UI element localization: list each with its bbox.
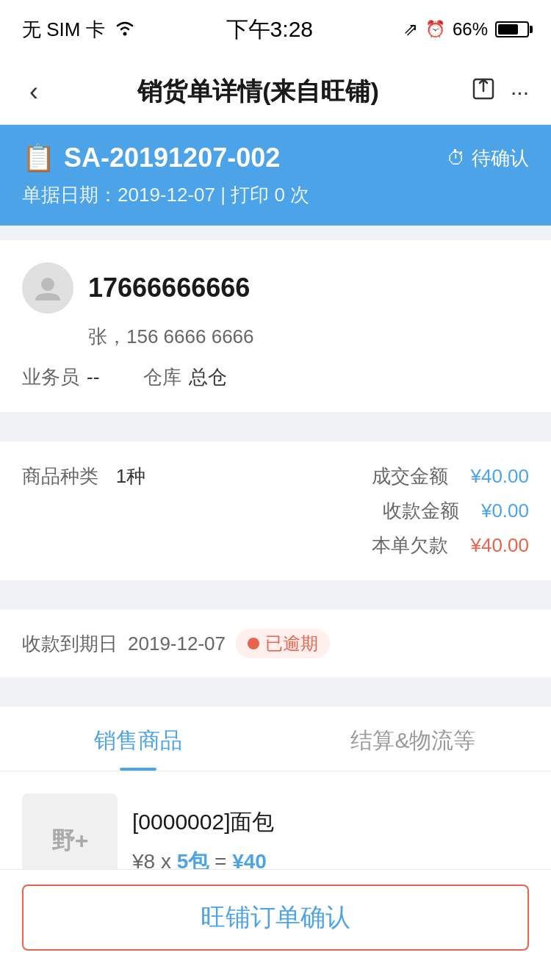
meta-row: 业务员 -- 仓库 总仓 <box>22 364 529 390</box>
share-button[interactable] <box>471 76 496 107</box>
salesperson-label: 业务员 <box>22 364 79 390</box>
confirm-order-button[interactable]: 旺铺订单确认 <box>22 884 529 951</box>
goods-type-value: 1种 <box>116 465 145 487</box>
goods-type-label: 商品种类 <box>22 465 98 487</box>
svg-point-0 <box>123 32 126 35</box>
order-status-text: 待确认 <box>472 145 529 171</box>
page-title: 销货单详情(来自旺铺) <box>137 75 379 109</box>
battery-percent: 66% <box>453 19 488 40</box>
tab-sales-goods[interactable]: 销售商品 <box>0 707 276 771</box>
header-top-row: 📋 SA-20191207-002 ⏱ 待确认 <box>22 143 529 173</box>
customer-row: 17666666666 <box>22 262 529 314</box>
overdue-dot-icon <box>248 638 259 649</box>
due-section: 收款到期日 2019-12-07 已逾期 <box>0 610 551 677</box>
wifi-icon <box>114 18 136 41</box>
status-right: ⇗ ⏰ 66% <box>403 19 529 40</box>
product-logo: 野+ <box>51 825 89 857</box>
received-row: 收款金额 ¥0.00 <box>383 498 529 524</box>
alarm-icon: ⏰ <box>425 20 445 39</box>
more-button[interactable]: ··· <box>511 79 529 104</box>
svg-point-2 <box>41 278 54 291</box>
product-info: [0000002]面包 ¥8 x 5包 = ¥40 <box>132 807 529 876</box>
owed-row: 本单欠款 ¥40.00 <box>372 533 529 558</box>
salesperson-item: 业务员 -- <box>22 364 99 390</box>
customer-sub-info: 张，156 6666 6666 <box>22 324 529 350</box>
nav-bar: ‹ 销货单详情(来自旺铺) ··· <box>0 59 551 125</box>
due-date-label: 收款到期日 <box>22 631 118 657</box>
status-left: 无 SIM 卡 <box>22 17 136 43</box>
order-status-badge: ⏱ 待确认 <box>447 145 529 171</box>
clock-icon: ⏱ <box>447 147 466 170</box>
divider-1 <box>0 412 551 427</box>
avatar <box>22 262 73 314</box>
stats-section: 商品种类 1种 成交金额 ¥40.00 收款金额 ¥0.00 本单欠款 ¥40.… <box>0 442 551 580</box>
tab-settlement[interactable]: 结算&物流等 <box>276 707 551 771</box>
transaction-value: ¥40.00 <box>470 465 529 488</box>
divider-2 <box>0 580 551 595</box>
salesperson-value: -- <box>87 366 99 389</box>
carrier-text: 无 SIM 卡 <box>22 17 105 43</box>
status-time: 下午3:28 <box>226 15 313 45</box>
order-date: 单据日期：2019-12-07 | 打印 0 次 <box>22 182 529 208</box>
received-label: 收款金额 <box>383 498 459 524</box>
customer-section: 17666666666 张，156 6666 6666 业务员 -- 仓库 总仓 <box>0 240 551 412</box>
battery-icon <box>495 21 529 37</box>
nav-actions: ··· <box>471 76 529 107</box>
overdue-text: 已逾期 <box>265 632 318 655</box>
tabs-header: 销售商品 结算&物流等 <box>0 707 551 771</box>
bottom-button-area: 旺铺订单确认 <box>0 869 551 980</box>
overdue-badge: 已逾期 <box>236 629 330 658</box>
warehouse-value: 总仓 <box>189 364 227 390</box>
confirm-button-label: 旺铺订单确认 <box>201 901 350 934</box>
transaction-row: 成交金额 ¥40.00 <box>372 464 529 489</box>
due-date-value: 2019-12-07 <box>128 633 226 655</box>
owed-label: 本单欠款 <box>372 533 448 558</box>
warehouse-label: 仓库 <box>143 364 181 390</box>
order-icon: 📋 <box>22 143 55 173</box>
stats-right: 成交金额 ¥40.00 收款金额 ¥0.00 本单欠款 ¥40.00 <box>372 464 529 558</box>
warehouse-item: 仓库 总仓 <box>143 364 227 390</box>
divider-3 <box>0 677 551 692</box>
location-icon: ⇗ <box>403 19 418 40</box>
order-id: 📋 SA-20191207-002 <box>22 143 280 173</box>
goods-type-row: 商品种类 1种 <box>22 464 145 489</box>
owed-value: ¥40.00 <box>470 534 529 557</box>
transaction-label: 成交金额 <box>372 464 448 489</box>
received-value: ¥0.00 <box>481 500 529 522</box>
order-header: 📋 SA-20191207-002 ⏱ 待确认 单据日期：2019-12-07 … <box>0 125 551 226</box>
customer-phone: 17666666666 <box>88 273 250 303</box>
product-name: [0000002]面包 <box>132 807 529 837</box>
back-button[interactable]: ‹ <box>22 69 46 115</box>
status-bar: 无 SIM 卡 下午3:28 ⇗ ⏰ 66% <box>0 0 551 59</box>
stats-left: 商品种类 1种 <box>22 464 145 489</box>
